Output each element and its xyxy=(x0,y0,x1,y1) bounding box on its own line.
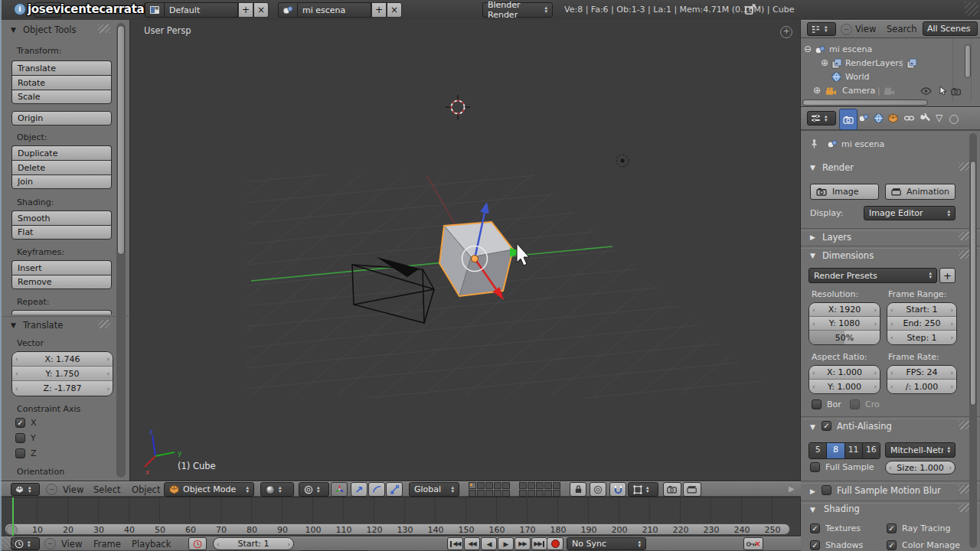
jump-to-end-button[interactable]: ▶▶ xyxy=(531,537,547,550)
snap-element-dropdown[interactable]: ▴▾ xyxy=(628,482,658,497)
smooth-button[interactable]: Smooth xyxy=(11,210,112,225)
display-dropdown[interactable]: Image Editor▴▾ xyxy=(864,206,956,220)
vector-x-field[interactable]: ‹X: 1.746› xyxy=(12,352,113,367)
fps-field[interactable]: ‹FPS: 24› xyxy=(887,366,956,380)
outliner-row-renderlayers[interactable]: ⊕ RenderLayers | xyxy=(801,57,980,70)
fps-base-field[interactable]: ‹/: 1.000› xyxy=(887,380,956,393)
aa-filter-dropdown[interactable]: Mitchell-Netr▴▾ xyxy=(885,442,956,458)
raytracing-checkbox[interactable]: ✓ xyxy=(887,523,897,533)
translate-button[interactable]: Translate xyxy=(11,60,112,75)
prev-keyframe-button[interactable]: ◀◀ xyxy=(464,537,480,550)
properties-scrollbar-thumb[interactable] xyxy=(970,161,976,406)
breadcrumb-scene-name[interactable]: mi escena xyxy=(841,139,884,149)
editor-type-selector-properties[interactable]: ▴▾ xyxy=(807,111,836,126)
layout-browse-button[interactable] xyxy=(145,2,165,18)
timeline-area[interactable]: 1020304050607080901001101201301401501601… xyxy=(0,497,801,536)
full-sample-checkbox[interactable] xyxy=(810,462,820,472)
scale-button[interactable]: Scale xyxy=(11,90,112,104)
render-image-button[interactable]: Image xyxy=(810,184,879,200)
region-plus-icon[interactable]: + xyxy=(780,26,792,38)
dimensions-panel-title[interactable]: Dimensions xyxy=(822,250,874,261)
origin-button[interactable]: Origin xyxy=(11,111,112,126)
aa-enable-checkbox[interactable]: ✓ xyxy=(822,421,831,431)
tab-material-partial[interactable] xyxy=(949,115,959,124)
tab-data[interactable]: ▽ xyxy=(936,112,942,123)
jump-to-start-button[interactable]: ◀◀ xyxy=(447,537,463,550)
corner-grip-topright[interactable] xyxy=(965,2,978,16)
header-overflow-arrow[interactable]: ▶ xyxy=(789,484,795,493)
frame-end-prop-field[interactable]: ‹End: 250› xyxy=(887,317,956,331)
render-panel-title[interactable]: Render xyxy=(822,162,854,173)
translate-panel-title[interactable]: Translate xyxy=(23,320,63,331)
outliner-row-world[interactable]: World xyxy=(801,70,980,84)
insert-keyframe-button[interactable]: Insert xyxy=(11,260,112,275)
collapse-icon[interactable]: ⊖ xyxy=(804,44,812,54)
rotate-button[interactable]: Rotate xyxy=(11,75,112,90)
menu-outliner-search[interactable]: Search xyxy=(887,24,917,34)
crop-checkbox[interactable] xyxy=(850,399,860,409)
lamp-object[interactable] xyxy=(616,155,629,167)
constraint-y-checkbox[interactable] xyxy=(15,433,25,443)
current-frame-marker[interactable] xyxy=(12,497,14,536)
outliner-scene-label[interactable]: mi escena xyxy=(829,44,872,54)
object-tools-collapse[interactable]: ▼ xyxy=(11,26,16,34)
translate-panel-collapse[interactable]: ▼ xyxy=(11,321,16,329)
resolution-x-field[interactable]: ‹X: 1920› xyxy=(809,303,880,317)
tab-constraints[interactable] xyxy=(903,114,915,122)
collapse-menus-icon[interactable]: − xyxy=(44,538,56,549)
duplicate-button[interactable]: Duplicate xyxy=(11,145,112,160)
object-tools-title[interactable]: Object Tools xyxy=(23,24,76,35)
menu-view3d-view[interactable]: View xyxy=(63,484,83,495)
outliner-filter-dropdown[interactable]: All Scenes xyxy=(923,21,978,36)
vector-y-field[interactable]: ‹Y: 1.750› xyxy=(12,367,113,381)
outliner-vscrollbar[interactable] xyxy=(965,44,971,78)
collapse-menus-icon[interactable]: − xyxy=(46,484,57,495)
dimensions-panel-collapse[interactable]: ▼ xyxy=(810,252,815,259)
outliner-hscrollbar[interactable] xyxy=(802,99,928,106)
render-engine-dropdown[interactable]: Blender Render▴▾ xyxy=(482,2,553,18)
aa-size-field[interactable]: ‹Size: 1.000› xyxy=(885,461,956,474)
selectable-pointer-icon[interactable] xyxy=(939,86,946,96)
aspect-y-field[interactable]: ‹Y: 1.000› xyxy=(809,380,880,393)
outliner-renderlayers-label[interactable]: RenderLayers xyxy=(845,58,903,68)
play-button[interactable]: ▶ xyxy=(498,537,514,550)
delete-keyframe-button[interactable]: × xyxy=(743,537,763,550)
timeline-ruler[interactable]: 1020304050607080901001101201301401501601… xyxy=(5,523,790,535)
shading-panel-title[interactable]: Shading xyxy=(824,504,860,514)
tool-shelf-scrollbar-thumb[interactable] xyxy=(117,25,125,255)
vector-z-field[interactable]: ‹Z: -1.787› xyxy=(12,381,113,396)
outliner-row-scene[interactable]: ⊖ mi escena xyxy=(801,43,980,57)
textures-checkbox[interactable]: ✓ xyxy=(810,523,820,533)
render-still-button[interactable] xyxy=(663,482,681,497)
layer-cell[interactable] xyxy=(469,482,476,489)
snap-toggle-button[interactable] xyxy=(609,482,626,497)
render-presets-dropdown[interactable]: Render Presets▴▾ xyxy=(808,268,937,283)
tab-modifiers[interactable] xyxy=(920,113,930,123)
viewport-3d[interactable]: z y x User Persp (1) Cube + xyxy=(130,20,801,481)
editor-type-selector-outliner[interactable]: ▴▾ xyxy=(807,22,836,36)
mode-dropdown[interactable]: Object Mode▴▾ xyxy=(164,482,254,497)
expand-icon[interactable]: ⊕ xyxy=(813,85,821,96)
manipulator-toggle-button[interactable] xyxy=(331,482,348,497)
manipulator-translate-button[interactable] xyxy=(351,482,368,497)
layout-delete-button[interactable]: × xyxy=(253,2,269,18)
frame-step-field[interactable]: ‹Step: 1› xyxy=(887,331,956,344)
resolution-percentage-slider[interactable]: 50% xyxy=(809,331,880,344)
panel-drag-widget[interactable] xyxy=(98,24,110,33)
menu-outliner-view[interactable]: View xyxy=(855,24,876,34)
layer-grid-1[interactable] xyxy=(469,482,510,497)
scene-delete-button[interactable]: × xyxy=(387,2,402,18)
next-keyframe-button[interactable]: ▶▶ xyxy=(514,537,531,550)
border-checkbox[interactable] xyxy=(812,399,822,409)
editor-type-selector-3dview[interactable]: ▴▾ xyxy=(11,483,40,496)
pin-icon[interactable] xyxy=(810,139,818,149)
layers-panel-title[interactable]: Layers xyxy=(822,232,851,243)
join-button[interactable]: Join xyxy=(11,174,112,189)
aa-samples-8[interactable]: 8 xyxy=(827,443,844,458)
window-duplicate-button[interactable] xyxy=(744,3,760,17)
viewport-canvas[interactable]: z y x xyxy=(130,20,801,481)
remove-keyframe-button[interactable]: Remove xyxy=(11,275,112,289)
render-animation-button[interactable]: Animation xyxy=(885,184,956,200)
record-button[interactable] xyxy=(547,537,564,550)
scene-name-field[interactable]: mi escena xyxy=(298,2,371,18)
